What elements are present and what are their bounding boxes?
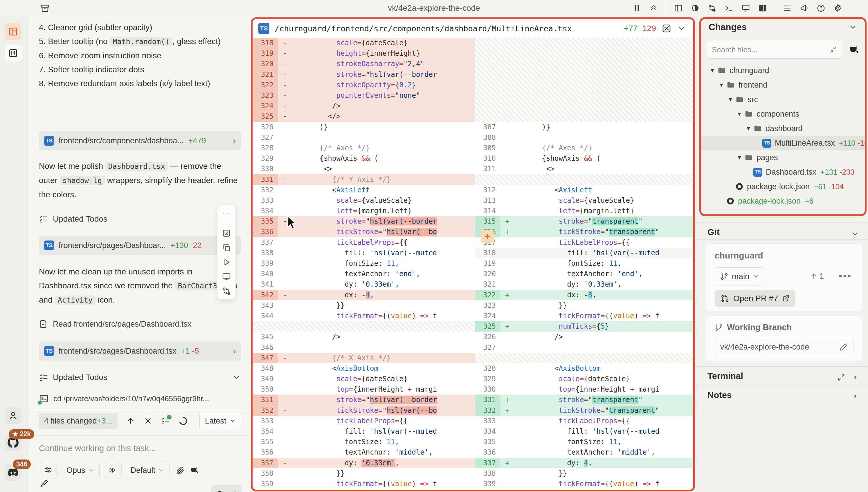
megaphone-icon[interactable] xyxy=(799,3,809,13)
diff-line[interactable]: 320- strokeDasharray="2,4" xyxy=(253,58,475,69)
terminal-prompt-icon[interactable] xyxy=(724,3,734,13)
tree-item-dashboard[interactable]: ▾dashboard xyxy=(701,121,865,136)
tree-expand-icon[interactable]: ▾ xyxy=(744,125,753,132)
diff-line[interactable]: 308 xyxy=(475,132,693,143)
sparkle-icon[interactable] xyxy=(144,417,153,425)
diff-line[interactable]: 332 <AxisLeft xyxy=(253,185,475,195)
diff-line[interactable]: 322- strokeOpacity={0.2} xyxy=(253,80,475,90)
file-change-card[interactable]: TS frontend/src/pages/Dashboard.tsx +1 -… xyxy=(39,341,241,361)
diff-line[interactable]: 319- height={innerHeight} xyxy=(253,48,475,58)
diff-line[interactable]: 313 scale={valueScale} xyxy=(475,195,693,206)
tree-item-src[interactable]: ▾src xyxy=(701,92,865,107)
diff-line[interactable]: 314 left={margin.left} xyxy=(475,206,693,216)
diff-line[interactable]: 329 scale={dateScale} xyxy=(475,374,693,384)
diff-line[interactable]: 337+ dy: 4, xyxy=(475,458,693,468)
tree-expand-icon[interactable]: ▾ xyxy=(717,81,726,89)
tree-item-components[interactable]: ▾components xyxy=(701,107,865,121)
diff-line[interactable]: 316+ tickStroke="transparent" xyxy=(475,226,693,237)
pause-icon[interactable] xyxy=(632,3,641,13)
diff-line[interactable]: 325+ numTicks={5} xyxy=(475,321,693,331)
attach-icon[interactable] xyxy=(175,466,185,475)
tree-expand-icon[interactable]: ▾ xyxy=(734,154,744,161)
diff-line[interactable]: 356 textAnchor: 'middle', xyxy=(253,447,475,458)
branch-dropdown[interactable]: main xyxy=(715,268,765,286)
diff-line[interactable]: 347- {/* X Axis */} xyxy=(253,353,475,363)
diff-line[interactable]: 323- pointerEvents="none" xyxy=(253,90,475,101)
diff-line[interactable]: 319 fontSize: 11, xyxy=(475,258,693,269)
diff-line[interactable]: 345 /> xyxy=(253,331,475,342)
diff-line[interactable]: 340 textAnchor: 'end', xyxy=(253,269,475,279)
settings-icon[interactable] xyxy=(833,3,842,13)
diff-line[interactable]: 341 dy: '0.33em', xyxy=(253,279,475,290)
account-button[interactable] xyxy=(5,407,22,424)
diff-line[interactable]: 351- stroke="hsl(var(--border xyxy=(253,395,475,405)
diff-line[interactable]: 325- </> xyxy=(253,111,475,122)
file-change-card[interactable]: TS frontend/src/components/dashboa... +4… xyxy=(39,131,241,150)
tree-item-frontend[interactable]: ▾frontend xyxy=(701,78,865,92)
diff-line[interactable]: 339 tickFormat={(value) => f xyxy=(475,479,693,489)
collapse-up-icon[interactable] xyxy=(649,3,658,13)
diff-line[interactable]: 359 tickFormat={(value) => f xyxy=(253,479,475,489)
diff-line[interactable]: 311 <> xyxy=(475,164,693,174)
diff-line[interactable]: 324 tickFormat={(value) => f xyxy=(475,311,693,321)
diff-line[interactable]: 321 dy: '0.33em', xyxy=(475,279,693,290)
tree-expand-icon[interactable]: ▾ xyxy=(707,67,717,74)
menu-icon[interactable] xyxy=(783,3,792,13)
diff-view-icon[interactable] xyxy=(661,23,672,34)
diff-line[interactable]: 334 fill: 'hsl(var(--muted xyxy=(475,426,693,437)
diff-line[interactable]: 331- {/* Y Axis */} xyxy=(253,174,475,184)
diff-line[interactable]: 324- /> xyxy=(253,101,475,111)
kanban-button[interactable] xyxy=(5,45,22,62)
diff-line[interactable]: 355 fontSize: 11, xyxy=(253,437,475,447)
dots-h-icon[interactable] xyxy=(222,208,231,218)
diff-line[interactable]: 343 }} xyxy=(253,300,475,311)
collapse-tree-icon[interactable] xyxy=(829,46,837,54)
diff-line[interactable]: 349 scale={dateScale} xyxy=(253,374,475,384)
chevron-right-icon[interactable] xyxy=(852,393,859,400)
diff-line[interactable]: 320 textAnchor: 'end', xyxy=(475,269,693,279)
tree-item-package-lock.json[interactable]: package-lock.json+6 xyxy=(701,194,865,208)
diff-line[interactable]: 312 <AxisLeft xyxy=(475,185,693,195)
add-comment-button[interactable]: + xyxy=(481,230,494,243)
settings-sliders-button[interactable] xyxy=(39,462,57,478)
open-pr-button[interactable]: Open PR #7 xyxy=(715,290,795,307)
diff-line[interactable]: 331+ stroke="transparent" xyxy=(475,395,693,405)
panel-left-icon[interactable] xyxy=(674,3,683,13)
monitor-icon[interactable] xyxy=(741,3,750,13)
diff-line[interactable]: 329 {showAxis && ( xyxy=(253,153,475,164)
diff-line[interactable]: 354 fill: 'hsl(var(--muted xyxy=(253,426,475,437)
panel-right-icon[interactable] xyxy=(758,3,767,13)
copy-icon[interactable] xyxy=(222,243,231,252)
diff-line[interactable]: 335 fontSize: 11, xyxy=(475,437,693,447)
send-button[interactable]: Send xyxy=(211,485,241,492)
chevron-right-icon[interactable] xyxy=(852,374,859,381)
diff-line[interactable]: 328 <AxisBottom xyxy=(475,363,693,374)
diff-line[interactable]: 321- stroke="hsl(var(--border xyxy=(253,69,475,80)
updated-todos-row[interactable]: Updated Todos xyxy=(39,373,241,382)
pencil-icon[interactable] xyxy=(839,343,848,351)
tree-item-MultiLineArea.tsx[interactable]: TSMultiLineArea.tsx+110 -162 xyxy=(701,136,865,150)
model-dropdown[interactable]: Opus xyxy=(62,462,99,478)
diff-line[interactable]: 333 tickLabelProps={{ xyxy=(475,416,693,426)
highlighter-icon[interactable] xyxy=(39,479,241,489)
diff-line[interactable]: 330 <> xyxy=(253,164,475,174)
diff-line[interactable]: 358 }} xyxy=(253,468,475,479)
diff-line[interactable]: 346 xyxy=(253,342,475,352)
chevron-down-icon[interactable] xyxy=(232,373,241,382)
diff-line[interactable]: 344 tickFormat={(value) => f xyxy=(253,311,475,321)
help-icon[interactable] xyxy=(816,3,826,13)
diff-line[interactable]: 333 scale={valueScale} xyxy=(253,195,475,206)
diff-line[interactable]: 328 {/* Axes */} xyxy=(253,143,475,153)
tree-expand-icon[interactable]: ▾ xyxy=(725,96,735,103)
file-change-card[interactable]: TS frontend/src/pages/Dashboar... +130 -… xyxy=(39,236,241,255)
latest-dropdown[interactable]: Latest xyxy=(200,413,241,429)
diff-line[interactable]: 326 /> xyxy=(475,331,693,342)
diff-line[interactable]: 318- scale={dateScale} xyxy=(253,38,475,48)
diff-line[interactable]: 323 }} xyxy=(475,300,693,311)
git-collapse-icon[interactable] xyxy=(850,229,859,238)
terminal-command-row[interactable]: cd /private/var/folders/10/h7w0q46556ggr… xyxy=(39,394,241,403)
search-files-input[interactable]: Search files... xyxy=(707,41,842,58)
diff-line[interactable]: 310 {showAxis && ( xyxy=(475,153,693,164)
diff-line[interactable]: 315+ stroke="transparent" xyxy=(475,216,693,226)
tree-expand-icon[interactable]: ▾ xyxy=(734,110,744,118)
